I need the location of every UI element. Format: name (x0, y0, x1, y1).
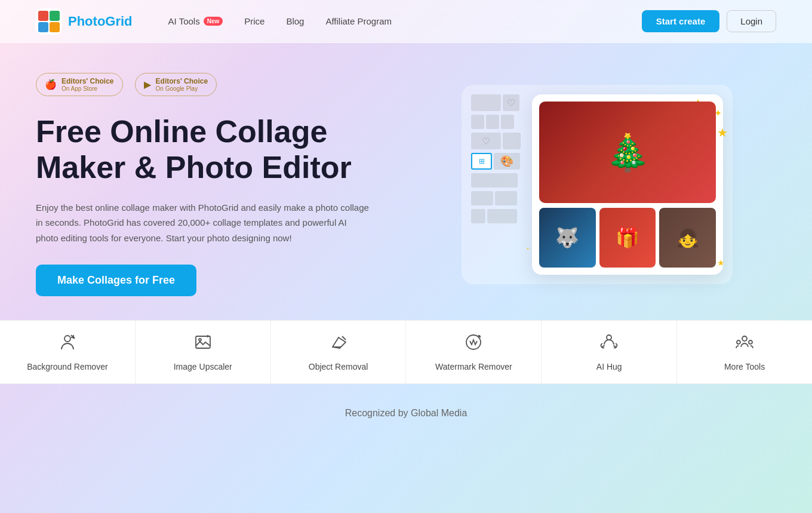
svg-point-5 (199, 339, 201, 341)
template-row-3: ♡ (471, 133, 525, 149)
photo-row: 🐺 🎁 👧 (539, 208, 716, 268)
svg-point-11 (742, 336, 747, 341)
logo[interactable]: PhotoGrid (36, 8, 133, 35)
svg-point-12 (737, 340, 740, 344)
hero-title: Free Online Collage Maker & Photo Editor (36, 114, 394, 186)
recognized-section: Recognized by Global Media (0, 384, 812, 443)
tool-label-upscaler: Image Upscaler (174, 362, 232, 371)
hero-right: ♡ ♡ ⊞ 🎨 (418, 85, 776, 284)
tool-ai-hug[interactable]: AI Hug (542, 321, 677, 383)
tool-image-upscaler[interactable]: Image Upscaler (136, 321, 271, 383)
play-icon: ▶ (144, 79, 151, 90)
eraser-icon (329, 333, 348, 356)
googleplay-badge: ▶ Editors' Choice On Google Play (135, 73, 217, 96)
nav-blog[interactable]: Blog (286, 16, 304, 26)
template-cell[interactable] (503, 133, 521, 149)
photo-main: 🎄 (539, 102, 716, 203)
svg-point-0 (64, 336, 70, 342)
new-badge: New (204, 17, 223, 26)
template-cell[interactable] (471, 209, 485, 223)
apple-icon: 🍎 (45, 79, 57, 90)
tool-label-bg: Background Remover (27, 362, 107, 371)
nav-affiliate[interactable]: Affiliate Program (325, 16, 392, 26)
nav-actions: Start create Login (642, 10, 776, 32)
watermark-icon (464, 333, 483, 356)
hero-section: 🍎 Editors' Choice On App Store ▶ Editors… (0, 43, 812, 320)
template-row-5 (471, 173, 525, 188)
template-row-2 (471, 115, 525, 129)
tool-more-tools[interactable]: More Tools (677, 321, 812, 383)
template-row-1: ♡ (471, 94, 525, 111)
tool-label-watermark: Watermark Remover (435, 362, 512, 371)
template-cell[interactable] (471, 94, 501, 111)
person-icon (58, 333, 77, 356)
template-row-6 (471, 191, 525, 205)
tool-label-hug: AI Hug (596, 362, 622, 371)
hug-icon (599, 333, 619, 356)
template-cell[interactable] (471, 173, 518, 188)
template-cell-heart2[interactable]: ♡ (471, 133, 501, 149)
photo-small-1: 🐺 (539, 208, 596, 268)
photo-small-2: 🎁 (599, 208, 656, 268)
template-cell[interactable] (495, 191, 517, 205)
recognized-label: Recognized by Global Media (345, 408, 467, 418)
template-cell[interactable] (471, 191, 493, 205)
logo-icon (36, 8, 62, 35)
tools-bar: Background Remover Image Upscaler Object… (0, 320, 812, 384)
photo-small-3: 👧 (659, 208, 716, 268)
svg-point-10 (607, 335, 611, 340)
image-icon (193, 333, 213, 356)
start-create-button[interactable]: Start create (642, 10, 720, 32)
more-icon (735, 333, 754, 356)
login-button[interactable]: Login (727, 10, 776, 32)
template-grid: ♡ ♡ ⊞ 🎨 (471, 94, 525, 275)
nav-links: AI Tools New Price Blog Affiliate Progra… (168, 16, 642, 26)
make-collages-button[interactable]: Make Collages for Free (36, 265, 196, 296)
template-row-4: ⊞ 🎨 (471, 153, 525, 170)
svg-line-1 (71, 335, 75, 339)
tool-label-more: More Tools (724, 362, 765, 371)
template-cell[interactable] (487, 209, 517, 223)
nav-price[interactable]: Price (244, 16, 264, 26)
tool-object-removal[interactable]: Object Removal (271, 321, 407, 383)
svg-point-13 (749, 340, 752, 344)
template-cell[interactable] (471, 115, 484, 129)
appstore-badge: 🍎 Editors' Choice On App Store (36, 73, 123, 96)
template-cell[interactable] (486, 115, 499, 129)
logo-text: PhotoGrid (68, 14, 133, 29)
tool-watermark-remover[interactable]: Watermark Remover (406, 321, 542, 383)
template-cell[interactable] (501, 115, 514, 129)
template-cell-emoji[interactable]: 🎨 (494, 153, 520, 170)
svg-rect-4 (196, 336, 210, 348)
nav-ai-tools[interactable]: AI Tools New (168, 16, 223, 26)
tool-label-object: Object Removal (309, 362, 368, 371)
svg-line-6 (342, 336, 346, 340)
hero-description: Enjoy the best online collage maker with… (36, 200, 370, 246)
badges: 🍎 Editors' Choice On App Store ▶ Editors… (36, 73, 394, 96)
template-cell-heart[interactable]: ♡ (503, 94, 519, 111)
template-cell-selected[interactable]: ⊞ (471, 153, 492, 170)
template-row-7 (471, 209, 525, 223)
photo-collage: ✦ ✦ ★ ✦ ★ 🎄 🐺 (532, 94, 723, 275)
collage-panel: ♡ ♡ ⊞ 🎨 (462, 85, 733, 284)
hero-left: 🍎 Editors' Choice On App Store ▶ Editors… (36, 73, 394, 296)
tool-background-remover[interactable]: Background Remover (0, 321, 136, 383)
